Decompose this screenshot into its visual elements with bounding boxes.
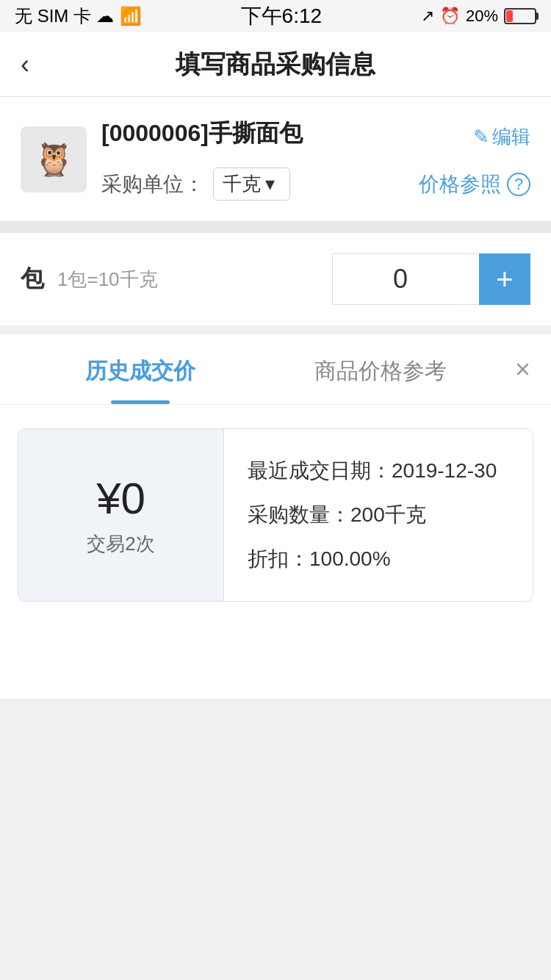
status-bar-left: 无 SIM 卡 ☁ 📶 — [15, 4, 142, 28]
gray-divider — [0, 221, 551, 233]
product-thumbnail: 🦉 — [21, 126, 87, 192]
price-card-right: 最近成交日期：2019-12-30 采购数量：200千克 折扣：100.00% — [224, 429, 533, 601]
tab-history-price-label: 历史成交价 — [85, 359, 195, 383]
discount-value: 100.00% — [309, 547, 391, 570]
wifi-icon: 📶 — [120, 6, 142, 26]
back-button[interactable]: ‹ — [21, 49, 29, 80]
quantity-section: 包 1包=10千克 + — [0, 233, 551, 325]
purchase-quantity-row: 采购数量：200千克 — [248, 500, 509, 530]
product-title: [0000006]手撕面包 — [101, 118, 303, 150]
product-image-placeholder: 🦉 — [34, 140, 74, 179]
product-section: 🦉 [0000006]手撕面包 ✎ 编辑 采购单位： 千克 ▾ — [0, 97, 551, 221]
unit-select-dropdown[interactable]: 千克 ▾ — [213, 167, 290, 201]
last-date-value: 2019-12-30 — [392, 459, 497, 482]
edit-button[interactable]: ✎ 编辑 — [473, 124, 530, 150]
nav-bar: ‹ 填写商品采购信息 — [0, 32, 551, 97]
last-date-label: 最近成交日期： — [248, 459, 392, 482]
unit-label: 包 1包=10千克 — [21, 263, 158, 295]
purchase-unit: 采购单位： 千克 ▾ — [101, 167, 290, 201]
product-row: 🦉 [0000006]手撕面包 ✎ 编辑 采购单位： 千克 ▾ — [21, 118, 530, 201]
purchase-quantity-value: 200千克 — [350, 503, 426, 526]
unit-conversion: 1包=10千克 — [57, 267, 158, 292]
alarm-icon: ⏰ — [440, 7, 460, 26]
sim-status: 无 SIM 卡 ☁ — [15, 4, 114, 28]
edit-label: 编辑 — [492, 124, 530, 150]
purchase-quantity-label: 采购数量： — [248, 503, 350, 526]
unit-value: 千克 — [223, 171, 261, 197]
tab-price-reference[interactable]: 商品价格参考 — [260, 334, 500, 404]
unit-badge: 包 — [21, 263, 44, 295]
page-title: 填写商品采购信息 — [176, 48, 375, 82]
purchase-unit-label: 采购单位： — [101, 170, 204, 198]
tab-price-reference-label: 商品价格参考 — [314, 359, 447, 383]
quantity-input[interactable] — [332, 253, 479, 305]
product-info: [0000006]手撕面包 ✎ 编辑 采购单位： 千克 ▾ 价格参照 ? — [101, 118, 530, 201]
time-display: 下午6:12 — [241, 2, 323, 30]
discount-label: 折扣： — [248, 547, 309, 570]
tab-history-price[interactable]: 历史成交价 — [21, 334, 260, 404]
tabs-close-button[interactable]: × — [500, 339, 530, 400]
battery-indicator — [504, 8, 536, 24]
location-icon: ↗ — [421, 7, 434, 26]
question-icon: ? — [507, 173, 530, 196]
status-bar-right: ↗ ⏰ 20% — [421, 7, 536, 26]
price-card-left: ¥0 交易2次 — [18, 429, 224, 601]
content-area: ¥0 交易2次 最近成交日期：2019-12-30 采购数量：200千克 折扣：… — [0, 405, 551, 699]
price-transactions: 交易2次 — [87, 531, 154, 557]
quantity-plus-button[interactable]: + — [479, 253, 530, 305]
status-bar: 无 SIM 卡 ☁ 📶 下午6:12 ↗ ⏰ 20% — [0, 0, 551, 32]
price-ref-button[interactable]: 价格参照 ? — [419, 170, 530, 198]
battery-percentage: 20% — [466, 7, 498, 26]
tabs-section: 历史成交价 商品价格参考 × — [0, 334, 551, 405]
discount-row: 折扣：100.00% — [248, 544, 509, 574]
edit-icon: ✎ — [473, 126, 489, 148]
price-amount: ¥0 — [96, 473, 145, 524]
price-card: ¥0 交易2次 最近成交日期：2019-12-30 采购数量：200千克 折扣：… — [18, 428, 533, 602]
last-date-row: 最近成交日期：2019-12-30 — [248, 455, 509, 486]
product-meta: 采购单位： 千克 ▾ 价格参照 ? — [101, 167, 530, 201]
quantity-input-group: + — [332, 253, 530, 305]
price-ref-label: 价格参照 — [419, 170, 501, 198]
dropdown-icon: ▾ — [265, 173, 275, 195]
